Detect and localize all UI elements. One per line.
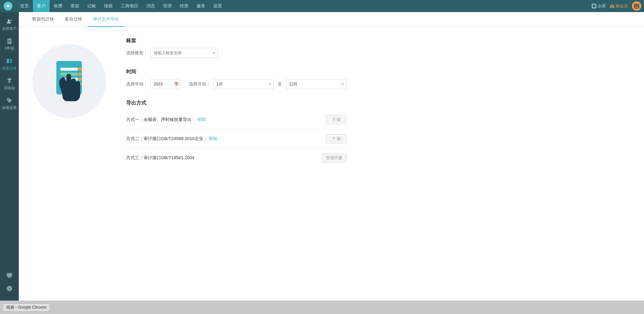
export-section: 导出方式 方式一：余额表、序时账批量导出： 帮助 下 载 <box>126 100 346 167</box>
vip-button[interactable]: 畅会员 <box>610 3 628 9</box>
svg-point-4 <box>8 19 10 21</box>
account-select-wrapper <box>151 48 218 58</box>
nav-settings[interactable]: 设置 <box>209 0 226 12</box>
export-section-title: 导出方式 <box>126 100 346 106</box>
account-label: 选择账套： <box>126 50 148 56</box>
top-nav: 首页 客户 收费 票据 记账 报税 工商项目 消息 管理 经营 服务 设置 全屏… <box>0 0 644 12</box>
year-label: 选择年份： <box>126 81 148 87</box>
export-method-1-help[interactable]: 帮助 <box>197 117 206 122</box>
form-panel: 账套 选择账套： 时间 选择年份： <box>126 38 346 167</box>
to-label: 至 <box>278 81 282 87</box>
sidebar-item-msg[interactable] <box>0 268 19 282</box>
month-label: 选择月份： <box>189 81 211 87</box>
export-method-2-download-button[interactable]: 下 载 <box>326 134 346 143</box>
sidebar-item-tag[interactable]: 标签设置 <box>0 94 19 114</box>
export-method-1-download-button[interactable]: 下 载 <box>326 115 346 124</box>
sidebar-item-help[interactable]: ? <box>0 282 19 295</box>
page-content: 账套 选择账套： 时间 选择年份： <box>19 27 644 301</box>
sidebar-bottom: ? <box>0 268 19 301</box>
end-month-select[interactable]: 1月2月3月4月 5月6月7月8月 9月10月11月12月 <box>286 79 346 89</box>
top-nav-right: 全屏 畅会员 🐻 <box>592 1 641 11</box>
nav-operation[interactable]: 经营 <box>176 0 193 12</box>
svg-rect-14 <box>7 273 12 277</box>
illustration <box>32 38 106 167</box>
form-container: 账套 选择账套： 时间 选择年份： <box>32 38 334 167</box>
export-method-3-soon-button[interactable]: 暂缓开通 <box>322 153 346 163</box>
account-select-input[interactable] <box>151 48 218 58</box>
nav-customer[interactable]: 客户 <box>33 0 50 12</box>
nav-manage[interactable]: 管理 <box>159 0 176 12</box>
sidebar-item-migrate[interactable]: 账套迁移 <box>0 54 19 74</box>
sidebar-item-zero-declaration[interactable]: 0 0申报 <box>0 35 19 54</box>
nav-items: 首页 客户 收费 票据 记账 报税 工商项目 消息 管理 经营 服务 设置 <box>16 0 592 12</box>
time-section-title: 时间 <box>126 69 346 75</box>
sidebar-item-recycle[interactable]: 回收站 <box>0 74 19 94</box>
nav-message[interactable]: 消息 <box>142 0 159 12</box>
nav-invoice[interactable]: 票据 <box>66 0 83 12</box>
start-month-select[interactable]: 1月2月3月4月 5月6月7月8月 9月10月11月12月 <box>213 79 274 89</box>
export-method-2-help[interactable]: 帮助 <box>209 136 217 141</box>
nav-bizproject[interactable]: 工商项目 <box>117 0 142 12</box>
svg-point-13 <box>8 99 9 100</box>
svg-rect-3 <box>610 7 614 8</box>
tab-data-migrate[interactable]: 数据包迁移 <box>27 12 59 27</box>
sidebar-item-allcustomers[interactable]: 全部客户 <box>0 15 19 35</box>
tab-backup-migrate[interactable]: 备份迁移 <box>59 12 88 27</box>
svg-point-24 <box>78 77 82 81</box>
time-section: 时间 选择年份： 选择月份： 1月2月3月4月 5月6月7月8月 <box>126 69 346 92</box>
nav-bookkeeping[interactable]: 记账 <box>83 0 100 12</box>
taskbar: 线索 - Google Chrome <box>0 301 644 314</box>
export-method-3: 方式三：审计接口GB/T19581-2004 暂缓开通 <box>126 148 346 167</box>
sub-tabs: 数据包迁移 备份迁移 审计文件导出 <box>19 12 644 27</box>
nav-service[interactable]: 服务 <box>193 0 209 12</box>
export-method-2-label: 方式二：审计接口GB/T24589-2010企业： 帮助 <box>126 136 322 142</box>
nav-home[interactable]: 首页 <box>16 0 33 12</box>
export-method-2: 方式二：审计接口GB/T24589-2010企业： 帮助 下 载 <box>126 129 346 148</box>
content-area: 数据包迁移 备份迁移 审计文件导出 <box>19 12 644 301</box>
svg-point-22 <box>78 67 82 71</box>
nav-fee[interactable]: 收费 <box>50 0 66 12</box>
svg-point-23 <box>78 72 82 76</box>
fullscreen-button[interactable]: 全屏 <box>592 3 606 9</box>
export-method-1: 方式一：余额表、序时账批量导出： 帮助 下 载 <box>126 110 346 129</box>
user-avatar[interactable]: 🐻 <box>632 1 641 11</box>
time-form-row: 选择年份： 选择月份： 1月2月3月4月 5月6月7月8月 9月10月11月12… <box>126 79 346 89</box>
svg-rect-2 <box>592 4 596 8</box>
year-input[interactable] <box>151 79 181 89</box>
nav-tax[interactable]: 报税 <box>100 0 117 12</box>
svg-rect-11 <box>7 59 9 63</box>
logo <box>3 1 13 11</box>
svg-point-5 <box>10 20 12 21</box>
end-month-wrapper: 1月2月3月4月 5月6月7月8月 9月10月11月12月 <box>286 79 346 89</box>
taskbar-chrome-item[interactable]: 线索 - Google Chrome <box>3 303 50 312</box>
export-method-1-label: 方式一：余额表、序时账批量导出： 帮助 <box>126 117 322 123</box>
svg-rect-18 <box>60 68 78 71</box>
sidebar: 全部客户 0 0申报 账套迁移 回收站 标签设置 ? <box>0 12 19 301</box>
svg-text:?: ? <box>8 287 10 291</box>
account-form-row: 选择账套： <box>126 48 346 58</box>
year-input-wrapper <box>151 79 181 89</box>
svg-rect-7 <box>8 40 11 41</box>
tab-audit-export[interactable]: 审计文件导出 <box>88 12 124 27</box>
svg-text:0: 0 <box>9 41 10 43</box>
main-layout: 全部客户 0 0申报 账套迁移 回收站 标签设置 ? <box>0 12 644 301</box>
illustration-circle <box>32 44 106 118</box>
export-method-3-label: 方式三：审计接口GB/T19581-2004 <box>126 155 318 161</box>
start-month-wrapper: 1月2月3月4月 5月6月7月8月 9月10月11月12月 <box>213 79 274 89</box>
account-section: 账套 选择账套： <box>126 38 346 61</box>
account-section-title: 账套 <box>126 38 346 44</box>
svg-point-1 <box>7 5 9 7</box>
